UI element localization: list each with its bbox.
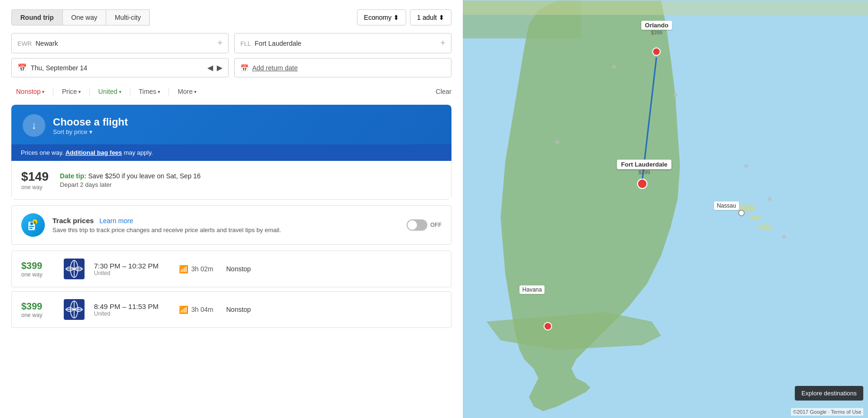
svg-point-27	[555, 141, 559, 144]
airport-row: EWR Newark + FLL Fort Lauderdale +	[11, 33, 451, 53]
wifi-block: 📶 3h 04m	[179, 305, 217, 314]
chevron-down-icon: ⬍	[393, 14, 399, 21]
svg-point-21	[653, 48, 660, 56]
multi-city-button[interactable]: Multi-city	[106, 9, 150, 25]
date-tip-text: Save $250 if you leave on Sat, Sep 16	[88, 172, 201, 180]
map-copyright: ©2017 Google · Terms of Use	[791, 408, 863, 416]
calendar-icon: 📅	[240, 64, 248, 72]
flight-airline: United	[94, 310, 170, 317]
map-svg	[463, 0, 868, 418]
more-filter[interactable]: More ▾	[173, 86, 201, 97]
airline-logo-united	[64, 299, 85, 320]
wifi-icon: 📶	[179, 305, 188, 314]
nonstop-filter[interactable]: Nonstop ▾	[11, 86, 49, 97]
airline-logo-united	[64, 259, 85, 279]
svg-point-18	[758, 225, 772, 230]
map-container[interactable]: Orlando $399 Fort Lauderdale $399 Nassau…	[463, 0, 868, 418]
date-tip-title: Date tip:	[60, 172, 86, 180]
svg-point-29	[768, 197, 772, 201]
destination-name: Fort Lauderdale	[255, 40, 301, 47]
explore-destinations-button[interactable]: Explore destinations	[795, 386, 863, 401]
orlando-price: $399	[651, 30, 662, 35]
origin-add-button[interactable]: +	[217, 38, 222, 48]
orlando-pin[interactable]: Orlando $399	[641, 21, 672, 35]
svg-text:$: $	[34, 220, 36, 225]
clear-filters-button[interactable]: Clear	[436, 88, 451, 95]
havana-pin[interactable]: Havana	[519, 285, 545, 294]
svg-rect-16	[463, 1, 868, 15]
date-tip-one-way: one way	[21, 184, 49, 191]
cabin-class-select[interactable]: Economy ⬍	[357, 9, 406, 25]
fort-lauderdale-price: $399	[638, 169, 650, 175]
destination-input[interactable]: FLL Fort Lauderdale +	[234, 33, 451, 53]
flight-duration: 3h 04m	[191, 306, 213, 313]
choose-flight-title: Choose a flight	[53, 116, 128, 128]
toggle-state-label: OFF	[430, 222, 442, 228]
wifi-block: 📶 3h 02m	[179, 265, 217, 274]
price-filter[interactable]: Price ▾	[57, 86, 85, 97]
flight-one-way: one way	[21, 271, 54, 278]
svg-point-28	[744, 164, 748, 168]
chevron-down-icon: ▾	[78, 89, 81, 94]
return-date-placeholder: Add return date	[252, 64, 298, 72]
chevron-down-icon: ▾	[42, 89, 44, 94]
depart-date-input[interactable]: 📅 Thu, September 14 ◀ ▶	[11, 58, 229, 77]
learn-more-link[interactable]: Learn more	[99, 217, 133, 225]
depart-date-label: Thu, September 14	[31, 64, 87, 72]
calendar-icon: 📅	[17, 63, 27, 72]
wifi-icon: 📶	[179, 265, 188, 274]
filter-divider	[130, 88, 130, 95]
results-container: ↓ Choose a flight Sort by price ▾ Prices…	[11, 105, 451, 200]
destination-code: FLL	[240, 40, 251, 47]
flight-time-range: 7:30 PM – 10:32 PM	[94, 262, 170, 270]
passengers-select[interactable]: 1 adult ⬍	[410, 9, 451, 25]
times-filter[interactable]: Times ▾	[134, 86, 165, 97]
filter-row: Nonstop ▾ Price ▾ United ▾ Times ▾ More …	[11, 86, 451, 97]
filter-divider	[89, 88, 90, 95]
origin-code: EWR	[17, 40, 32, 47]
fort-lauderdale-label: Fort Lauderdale	[617, 159, 672, 169]
prev-date-button[interactable]: ◀	[207, 63, 213, 72]
next-date-button[interactable]: ▶	[217, 63, 222, 72]
choose-flight-banner: ↓ Choose a flight Sort by price ▾	[11, 105, 451, 144]
one-way-button[interactable]: One way	[63, 9, 106, 25]
flight-stops: Nonstop	[226, 306, 264, 313]
svg-point-22	[638, 179, 647, 189]
flight-price: $399	[21, 260, 54, 271]
date-tip-card: $149 one way Date tip: Save $250 if you …	[11, 161, 451, 200]
filter-divider	[53, 88, 53, 95]
origin-input[interactable]: EWR Newark +	[11, 33, 229, 53]
flight-price: $399	[21, 301, 54, 312]
svg-point-1	[30, 222, 33, 225]
flight-card-2[interactable]: $399 one way 8:49 PM – 11:53 PM United	[11, 291, 451, 328]
chevron-down-icon: ▾	[119, 89, 121, 94]
return-date-input[interactable]: 📅 Add return date	[234, 58, 451, 77]
sort-by-label[interactable]: Sort by price ▾	[53, 128, 128, 135]
track-toggle-container: OFF	[407, 219, 442, 231]
svg-point-30	[782, 235, 786, 239]
chevron-down-icon: ▾	[158, 89, 160, 94]
flight-time-range: 8:49 PM – 11:53 PM	[94, 302, 170, 310]
svg-point-24	[544, 323, 552, 330]
flight-duration: 3h 02m	[191, 265, 213, 273]
chevron-down-icon: ▾	[89, 128, 93, 135]
airline-filter[interactable]: United ▾	[94, 86, 126, 97]
round-trip-button[interactable]: Round trip	[11, 9, 63, 25]
track-icon: $	[21, 213, 45, 237]
track-prices-title: Track prices	[52, 217, 94, 225]
track-prices-desc: Save this trip to track price changes an…	[52, 226, 281, 234]
nassau-pin[interactable]: Nassau	[714, 201, 739, 210]
destination-add-button[interactable]: +	[440, 38, 445, 48]
svg-point-25	[612, 65, 616, 69]
orlando-label: Orlando	[641, 21, 672, 30]
date-row: 📅 Thu, September 14 ◀ ▶ 📅 Add return dat…	[11, 58, 451, 77]
havana-label: Havana	[519, 285, 545, 294]
bag-fees-link[interactable]: Additional bag fees	[65, 149, 122, 156]
fort-lauderdale-pin[interactable]: Fort Lauderdale $399	[617, 159, 672, 175]
svg-point-23	[739, 210, 744, 216]
map-panel: Orlando $399 Fort Lauderdale $399 Nassau…	[463, 0, 868, 418]
track-prices-toggle[interactable]	[407, 219, 427, 231]
flight-card-1[interactable]: $399 one way 7:30 PM – 10:32 PM United	[11, 251, 451, 287]
date-tip-sub: Depart 2 days later	[60, 181, 201, 188]
svg-rect-3	[29, 228, 33, 229]
